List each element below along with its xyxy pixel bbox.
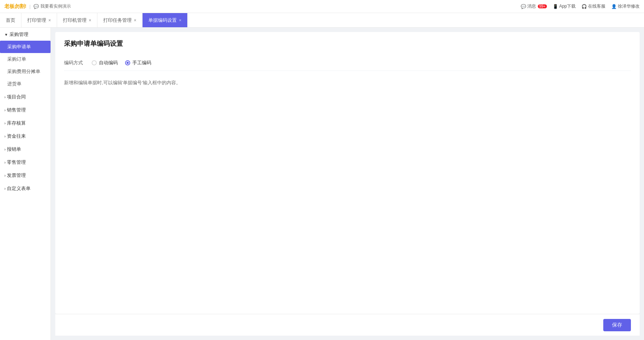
sidebar-group-retail: › 零售管理 bbox=[0, 155, 51, 169]
sidebar-group-project-label: 项目合同 bbox=[7, 94, 26, 100]
radio-group: 自动编码 手工编码 bbox=[92, 60, 151, 66]
hint-area[interactable]: 💬 我要看实例演示 bbox=[33, 3, 71, 9]
tab-printer-mgmt[interactable]: 打印机管理 × bbox=[57, 13, 97, 27]
sidebar-group-purchase-label: 采购管理 bbox=[9, 31, 28, 38]
chat-icon: 💬 bbox=[33, 4, 39, 9]
tab-print-mgmt-label: 打印管理 bbox=[27, 17, 46, 24]
app-download-label: App下载 bbox=[559, 3, 576, 9]
message-label: 消息 bbox=[527, 3, 536, 9]
encoding-method-label: 编码方式 bbox=[64, 60, 86, 66]
save-button[interactable]: 保存 bbox=[603, 319, 631, 331]
tab-print-task-mgmt-label: 打印任务管理 bbox=[103, 17, 132, 24]
collapse-arrow-retail: › bbox=[4, 161, 5, 165]
sidebar-group-fund-title[interactable]: › 资金往来 bbox=[0, 129, 51, 142]
sidebar-item-purchase-order-label: 采购订单 bbox=[7, 56, 26, 62]
sidebar-group-invoice: › 发票管理 bbox=[0, 169, 51, 182]
sidebar-item-purchase-request-label: 采购申请单 bbox=[7, 44, 31, 49]
top-bar: 老板勿割! | 💬 我要看实例演示 💬 消息 99+ 📱 App下载 🎧 在线客… bbox=[0, 0, 644, 13]
sidebar-group-reimbursement-title[interactable]: › 报销单 bbox=[0, 142, 51, 155]
sidebar-item-purchase-expense[interactable]: 采购费用分摊单 bbox=[0, 65, 51, 78]
content-main: 采购申请单编码设置 编码方式 自动编码 手工编码 新增和编辑单据时,可以编辑'单… bbox=[55, 32, 640, 314]
app-download-btn[interactable]: 📱 App下载 bbox=[553, 3, 576, 9]
sidebar-group-custom-label: 自定义表单 bbox=[7, 185, 31, 192]
collapse-arrow-purchase: ▼ bbox=[4, 33, 8, 37]
sidebar-group-sales: › 销售管理 bbox=[0, 103, 51, 116]
manual-code-label: 手工编码 bbox=[132, 60, 151, 66]
content-footer: 保存 bbox=[55, 314, 640, 336]
tab-bar: 首页 打印管理 × 打印机管理 × 打印任务管理 × 单据编码设置 × bbox=[0, 13, 644, 28]
encoding-method-row: 编码方式 自动编码 手工编码 bbox=[64, 55, 631, 71]
sidebar-item-purchase-expense-label: 采购费用分摊单 bbox=[7, 69, 40, 74]
radio-auto-circle bbox=[92, 60, 97, 65]
auto-code-label: 自动编码 bbox=[99, 60, 118, 66]
main-layout: ▼ 采购管理 采购申请单 采购订单 采购费用分摊单 进货单 bbox=[0, 28, 644, 340]
tab-printer-mgmt-close[interactable]: × bbox=[89, 18, 91, 23]
tab-home[interactable]: 首页 bbox=[0, 13, 21, 27]
tab-print-task-mgmt-close[interactable]: × bbox=[134, 18, 136, 23]
sidebar-group-custom: › 自定义表单 bbox=[0, 182, 51, 195]
service-icon: 🎧 bbox=[581, 4, 587, 9]
sidebar-group-fund-label: 资金往来 bbox=[7, 133, 26, 139]
sidebar-group-sales-label: 销售管理 bbox=[7, 107, 26, 113]
radio-manual-circle bbox=[125, 60, 130, 65]
sidebar-group-inventory-title[interactable]: › 库存核算 bbox=[0, 116, 51, 129]
sidebar-group-purchase: ▼ 采购管理 采购申请单 采购订单 采购费用分摊单 进货单 bbox=[0, 28, 51, 90]
page-title: 采购申请单编码设置 bbox=[64, 39, 631, 48]
hint-text: 我要看实例演示 bbox=[40, 3, 71, 9]
sidebar-group-invoice-label: 发票管理 bbox=[7, 172, 26, 179]
tab-print-mgmt-close[interactable]: × bbox=[48, 18, 51, 23]
message-btn[interactable]: 💬 消息 99+ bbox=[521, 3, 547, 9]
sidebar-group-purchase-children: 采购申请单 采购订单 采购费用分摊单 进货单 bbox=[0, 41, 51, 90]
collapse-arrow-custom: › bbox=[4, 187, 5, 191]
sidebar-group-retail-title[interactable]: › 零售管理 bbox=[0, 155, 51, 169]
top-bar-right: 💬 消息 99+ 📱 App下载 🎧 在线客服 👤 徐泽华修改 bbox=[521, 3, 640, 9]
tab-code-settings-label: 单据编码设置 bbox=[148, 17, 177, 24]
sidebar-group-sales-title[interactable]: › 销售管理 bbox=[0, 103, 51, 116]
app-icon: 📱 bbox=[553, 4, 558, 9]
sidebar-group-custom-title[interactable]: › 自定义表单 bbox=[0, 182, 51, 195]
collapse-arrow-fund: › bbox=[4, 134, 5, 138]
sidebar-group-invoice-title[interactable]: › 发票管理 bbox=[0, 169, 51, 182]
sidebar-group-inventory: › 库存核算 bbox=[0, 116, 51, 129]
radio-auto-code[interactable]: 自动编码 bbox=[92, 60, 118, 66]
tab-home-label: 首页 bbox=[6, 17, 15, 24]
online-service-btn[interactable]: 🎧 在线客服 bbox=[581, 3, 605, 9]
sidebar-group-project-title[interactable]: › 项目合同 bbox=[0, 90, 51, 103]
hint-text: 新增和编辑单据时,可以编辑'单据编号'输入框中的内容。 bbox=[64, 77, 631, 89]
collapse-arrow-project: › bbox=[4, 95, 5, 99]
sidebar-group-reimbursement: › 报销单 bbox=[0, 142, 51, 155]
sidebar-group-purchase-title[interactable]: ▼ 采购管理 bbox=[0, 28, 51, 41]
tab-printer-mgmt-label: 打印机管理 bbox=[63, 17, 87, 24]
sidebar-group-inventory-label: 库存核算 bbox=[7, 120, 26, 126]
collapse-arrow-inventory: › bbox=[4, 121, 5, 125]
sidebar: ▼ 采购管理 采购申请单 采购订单 采购费用分摊单 进货单 bbox=[0, 28, 51, 340]
sidebar-item-stock-in[interactable]: 进货单 bbox=[0, 78, 51, 90]
message-badge: 99+ bbox=[538, 4, 547, 8]
sidebar-item-stock-in-label: 进货单 bbox=[7, 81, 21, 86]
collapse-arrow-invoice: › bbox=[4, 174, 5, 178]
sidebar-item-purchase-request[interactable]: 采购申请单 bbox=[0, 41, 51, 53]
sidebar-group-reimbursement-label: 报销单 bbox=[7, 146, 21, 153]
radio-manual-code[interactable]: 手工编码 bbox=[125, 60, 151, 66]
collapse-arrow-sales: › bbox=[4, 108, 5, 112]
user-name: 徐泽华修改 bbox=[618, 3, 640, 9]
tab-code-settings[interactable]: 单据编码设置 × bbox=[143, 13, 188, 27]
sidebar-group-project: › 项目合同 bbox=[0, 90, 51, 103]
tab-code-settings-close[interactable]: × bbox=[179, 18, 181, 23]
user-avatar[interactable]: 👤 徐泽华修改 bbox=[611, 3, 640, 9]
sidebar-group-fund: › 资金往来 bbox=[0, 129, 51, 142]
top-bar-left: 老板勿割! | 💬 我要看实例演示 bbox=[4, 3, 71, 10]
sidebar-group-retail-label: 零售管理 bbox=[7, 159, 26, 166]
sidebar-item-purchase-order[interactable]: 采购订单 bbox=[0, 53, 51, 65]
message-icon: 💬 bbox=[521, 4, 526, 9]
tab-print-mgmt[interactable]: 打印管理 × bbox=[21, 13, 57, 27]
avatar-icon: 👤 bbox=[611, 4, 617, 9]
online-service-label: 在线客服 bbox=[588, 3, 605, 9]
content-area: 采购申请单编码设置 编码方式 自动编码 手工编码 新增和编辑单据时,可以编辑'单… bbox=[51, 28, 644, 340]
collapse-arrow-reimbursement: › bbox=[4, 147, 5, 151]
logo: 老板勿割! bbox=[4, 3, 27, 10]
tab-print-task-mgmt[interactable]: 打印任务管理 × bbox=[97, 13, 143, 27]
